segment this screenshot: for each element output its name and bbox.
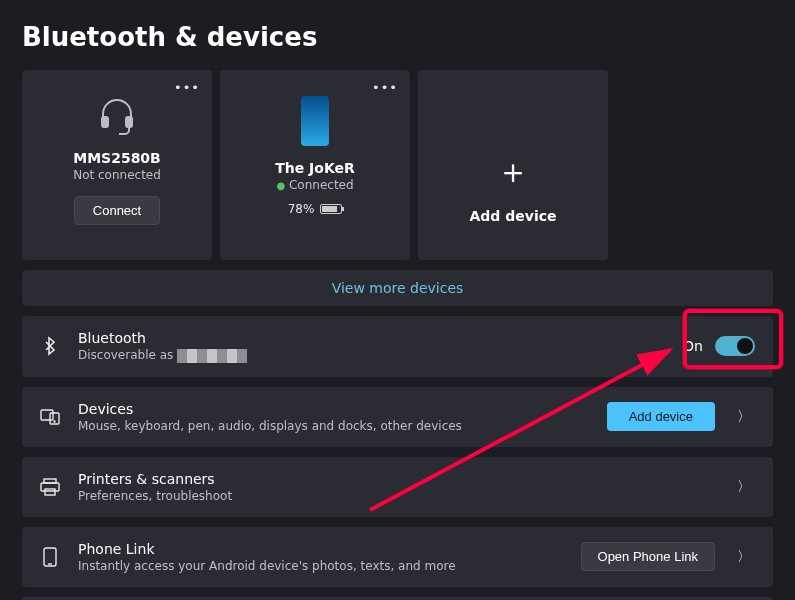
page-title: Bluetooth & devices [0,0,795,70]
phone-icon [40,547,60,567]
chevron-right-icon[interactable]: 〉 [733,478,755,496]
bluetooth-subtitle: Discoverable as [78,348,665,363]
phone-link-title: Phone Link [78,541,563,557]
device-name: The JoKeR [275,160,355,176]
phone-link-row[interactable]: Phone Link Instantly access your Android… [22,527,773,587]
add-device-card[interactable]: ＋ Add device [418,70,608,260]
device-card-phone[interactable]: ••• The JoKeR ● Connected 78% [220,70,410,260]
connect-button[interactable]: Connect [74,196,160,225]
open-phone-link-button[interactable]: Open Phone Link [581,542,715,571]
devices-subtitle: Mouse, keyboard, pen, audio, displays an… [78,419,589,433]
bluetooth-icon [40,336,60,356]
phone-link-subtitle: Instantly access your Android device's p… [78,559,563,573]
device-cards-row: ••• MMS2580B Not connected Connect ••• T… [0,70,795,260]
add-device-label: Add device [470,208,557,224]
device-status: Not connected [73,168,161,182]
svg-rect-8 [44,548,56,566]
printers-subtitle: Preferences, troubleshoot [78,489,715,503]
bluetooth-title: Bluetooth [78,330,665,346]
device-name: MMS2580B [73,150,161,166]
more-icon[interactable]: ••• [174,80,200,95]
add-device-button[interactable]: Add device [607,402,715,431]
device-status: ● Connected [276,178,353,192]
printers-title: Printers & scanners [78,471,715,487]
view-more-devices-link[interactable]: View more devices [22,270,773,306]
headset-icon [95,92,139,136]
device-status-text: Connected [289,178,354,192]
row-divider [22,597,773,601]
battery-icon [320,204,342,214]
status-dot-icon: ● [276,180,285,191]
svg-rect-2 [41,410,53,420]
svg-rect-6 [41,483,59,491]
devices-title: Devices [78,401,589,417]
battery-percent: 78% [288,202,315,216]
svg-rect-0 [101,116,109,128]
devices-row[interactable]: Devices Mouse, keyboard, pen, audio, dis… [22,387,773,447]
devices-icon [40,409,60,425]
printers-row[interactable]: Printers & scanners Preferences, trouble… [22,457,773,517]
bluetooth-toggle-row: Bluetooth Discoverable as On [22,316,773,377]
svg-rect-1 [125,116,133,128]
bluetooth-toggle[interactable] [715,336,755,356]
redacted-name [177,349,247,363]
device-card-headset[interactable]: ••• MMS2580B Not connected Connect [22,70,212,260]
svg-rect-7 [45,489,55,495]
chevron-right-icon[interactable]: 〉 [733,408,755,426]
battery-row: 78% [288,202,343,216]
toggle-state-label: On [683,338,703,354]
more-icon[interactable]: ••• [372,80,398,95]
chevron-right-icon[interactable]: 〉 [733,548,755,566]
svg-point-4 [54,421,55,422]
plus-icon: ＋ [496,154,530,188]
phone-icon [301,96,329,146]
printer-icon [40,478,60,496]
